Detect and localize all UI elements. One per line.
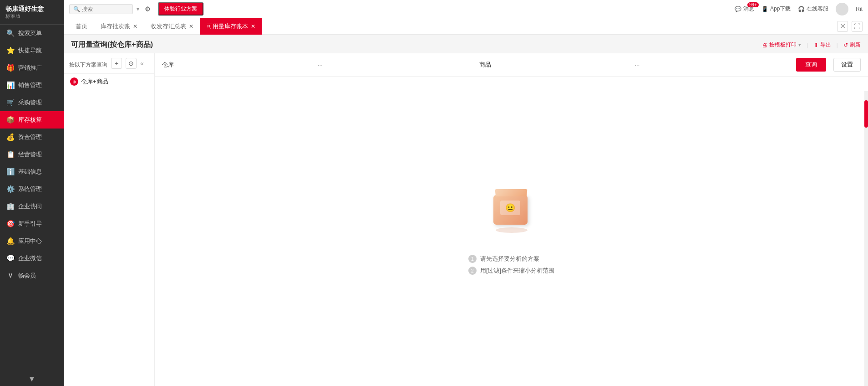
tab-batch-account-close[interactable]: ✕ <box>133 23 137 30</box>
sidebar-item-wechat[interactable]: 💬 企业微信 <box>0 250 64 267</box>
tip-1-text: 请先选择要分析的方案 <box>480 255 539 263</box>
tab-receipt-summary[interactable]: 收发存汇总表 ✕ <box>144 18 200 35</box>
sidebar-item-marketing[interactable]: 🎁 营销推广 <box>0 59 64 77</box>
add-icon: + <box>115 60 118 67</box>
logo-title: 畅康通好生意 <box>5 5 58 13</box>
online-service-btn[interactable]: 🎧 在线客服 <box>798 5 828 13</box>
query-fields-row: 仓库 ··· 商品 ··· 查询 设置 <box>155 53 868 77</box>
sidebar-logo: 畅康通好生意 标准版 <box>0 0 64 25</box>
tabs-expand-btn[interactable]: ⛶ <box>852 21 863 32</box>
empty-tip-1: 1 请先选择要分析的方案 <box>468 255 554 263</box>
tab-available-account-close[interactable]: ✕ <box>251 23 255 30</box>
export-label: 导出 <box>820 41 831 49</box>
service-label: 在线客服 <box>807 5 828 13</box>
tabs-close-all-btn[interactable]: ✕ <box>837 21 848 32</box>
sidebar-item-label: 搜索菜单 <box>18 29 42 37</box>
tabs-bar: 首页 库存批次账 ✕ 收发存汇总表 ✕ 可用量库存账本 ✕ ✕ ⛶ <box>64 18 868 35</box>
topbar-gear-icon[interactable]: ⚙ <box>143 3 152 15</box>
filter-add-btn[interactable]: + <box>111 58 122 69</box>
print-chevron-icon: ▾ <box>798 42 801 48</box>
message-btn[interactable]: 💬 消息 99+ <box>735 5 754 13</box>
sidebar-item-sales[interactable]: 📊 销售管理 <box>0 77 64 94</box>
system-icon: ⚙️ <box>6 185 15 193</box>
tab-available-account[interactable]: 可用量库存账本 ✕ <box>200 18 262 35</box>
warehouse-input[interactable] <box>178 59 314 70</box>
empty-tip-2: 2 用[过滤]条件来缩小分析范围 <box>468 267 554 275</box>
sidebar-item-basic[interactable]: ℹ️ 基础信息 <box>0 163 64 180</box>
avatar[interactable] <box>836 3 848 15</box>
print-btn[interactable]: 🖨 按模板打印 ▾ <box>762 41 801 49</box>
refresh-icon: ↺ <box>843 42 848 48</box>
trial-industry-btn[interactable]: 体验行业方案 <box>158 2 203 15</box>
tip-1-num: 1 <box>468 255 477 263</box>
operations-icon: 📋 <box>6 150 15 159</box>
sidebar-item-purchase[interactable]: 🛒 采购管理 <box>0 94 64 111</box>
tab-receipt-summary-close[interactable]: ✕ <box>189 23 193 30</box>
logo-subtitle: 标准版 <box>5 13 58 20</box>
marketing-icon: 🎁 <box>6 64 15 72</box>
filter-collapse-btn[interactable]: « <box>140 60 144 67</box>
sidebar-item-enterprise[interactable]: 🏢 企业协同 <box>0 198 64 215</box>
page-header: 可用量查询(按仓库+商品) 🖨 按模板打印 ▾ | ⬆ 导出 | ↺ 刷新 <box>64 35 868 53</box>
query-button[interactable]: 查询 <box>796 58 826 72</box>
sidebar-item-app-center[interactable]: 🔔 应用中心 <box>0 232 64 250</box>
separator1: | <box>807 41 808 48</box>
page-content: 可用量查询(按仓库+商品) 🖨 按模板打印 ▾ | ⬆ 导出 | ↺ 刷新 <box>64 35 868 386</box>
product-input[interactable] <box>495 59 631 70</box>
sidebar-item-label: 应用中心 <box>18 237 42 245</box>
sidebar-item-finance[interactable]: 💰 资金管理 <box>0 129 64 146</box>
scrollbar-thumb <box>864 100 868 128</box>
right-scrollbar[interactable] <box>864 91 868 386</box>
product-label: 商品 <box>479 61 491 69</box>
export-btn[interactable]: ⬆ 导出 <box>814 41 831 49</box>
topbar-right-area: 💬 消息 99+ 📱 App下载 🎧 在线客服 Rit <box>735 3 863 15</box>
topbar-dropdown-icon[interactable]: ▾ <box>137 6 139 12</box>
box-face: 😐 <box>500 201 520 215</box>
sidebar-item-member[interactable]: V 畅会员 <box>0 267 64 284</box>
sidebar-item-label: 企业协同 <box>18 202 42 211</box>
sidebar-item-inventory[interactable]: 📦 库存核算 <box>0 111 64 129</box>
scheme-item-warehouse-product[interactable]: ⊕ 仓库+商品 <box>64 74 154 89</box>
print-label: 按模板打印 <box>769 41 797 49</box>
enterprise-icon: 🏢 <box>6 202 15 211</box>
message-icon: 💬 <box>735 6 741 12</box>
empty-illustration: 😐 <box>480 188 543 247</box>
app-label: App下载 <box>770 5 791 13</box>
sidebar-scroll-down[interactable]: ▼ <box>0 372 64 386</box>
product-field-group: 商品 ··· <box>479 59 789 70</box>
filter-settings-btn[interactable]: ⊙ <box>126 58 137 69</box>
scheme-item-icon: ⊕ <box>70 77 78 86</box>
topbar-search-box[interactable]: 🔍 <box>69 4 133 14</box>
tab-batch-account[interactable]: 库存批次账 ✕ <box>94 18 144 35</box>
robot-box: 😐 <box>491 188 532 229</box>
username-label[interactable]: Rit <box>856 6 863 12</box>
sidebar-item-operations[interactable]: 📋 经营管理 <box>0 146 64 163</box>
message-badge: 99+ <box>747 2 759 7</box>
sidebar-item-system[interactable]: ⚙️ 系统管理 <box>0 180 64 198</box>
page-title: 可用量查询(按仓库+商品) <box>71 40 153 50</box>
tab-home[interactable]: 首页 <box>69 18 94 35</box>
headset-icon: 🎧 <box>798 6 805 12</box>
wechat-icon: 💬 <box>6 254 15 262</box>
sidebar-item-label: 库存核算 <box>18 116 42 124</box>
main-area: 🔍 ▾ ⚙ 体验行业方案 💬 消息 99+ 📱 App下载 🎧 在线客服 Rit <box>64 0 868 386</box>
tab-batch-account-label: 库存批次账 <box>101 22 130 31</box>
newbie-icon: 🎯 <box>6 220 15 228</box>
separator2: | <box>837 41 838 48</box>
settings-button[interactable]: 设置 <box>833 58 861 72</box>
sidebar-item-newbie[interactable]: 🎯 新手引导 <box>0 215 64 232</box>
app-download-btn[interactable]: 📱 App下载 <box>761 5 791 13</box>
sidebar-item-quick-nav[interactable]: ⭐ 快捷导航 <box>0 42 64 59</box>
sidebar-item-label: 采购管理 <box>18 98 42 107</box>
sidebar: 畅康通好生意 标准版 🔍 搜索菜单 ⭐ 快捷导航 🎁 营销推广 📊 销售管理 🛒… <box>0 0 64 386</box>
warehouse-more-icon[interactable]: ··· <box>318 62 323 68</box>
tabs-right-actions: ✕ ⛶ <box>837 21 863 32</box>
warehouse-field-group: 仓库 ··· <box>162 59 472 70</box>
sidebar-item-search[interactable]: 🔍 搜索菜单 <box>0 25 64 42</box>
refresh-btn[interactable]: ↺ 刷新 <box>843 41 861 49</box>
sidebar-item-label: 经营管理 <box>18 150 42 159</box>
search-input[interactable] <box>82 6 123 12</box>
tab-home-label: 首页 <box>76 22 87 31</box>
print-icon: 🖨 <box>762 42 767 48</box>
product-more-icon[interactable]: ··· <box>635 62 640 68</box>
